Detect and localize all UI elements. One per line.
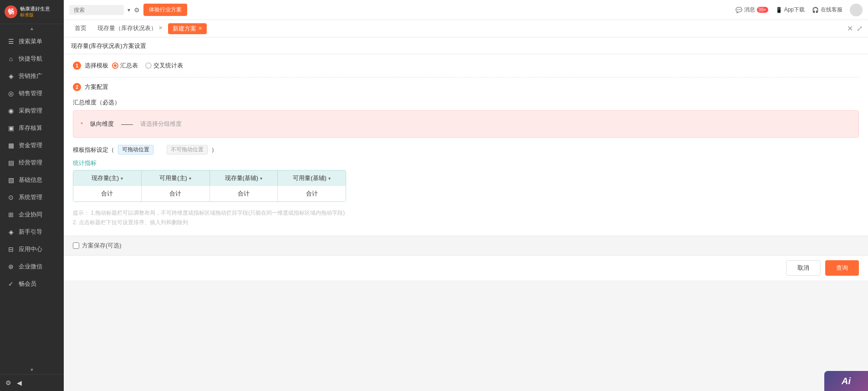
step1-header: 1 选择模板 汇总表 交叉统计表 [73, 62, 859, 70]
sidebar-item-inventory[interactable]: ▣ 库存核算 [0, 119, 64, 137]
sidebar-item-basic-info[interactable]: ▧ 基础信息 [0, 171, 64, 189]
sidebar-item-label: 应用中心 [19, 245, 42, 253]
sidebar-item-label: 采购管理 [19, 107, 42, 115]
sidebar-item-label: 库存核算 [19, 124, 42, 132]
template-indicators-prefix: 模板指标设定（ [73, 146, 114, 154]
main-content: ▾ ⚙ 体验行业方案 💬 消息 99+ 📱 App下载 🎧 在线客服 首页 [64, 0, 868, 391]
page-header: 现存量(库存状况表)方案设置 [64, 37, 868, 54]
finance-icon: ▦ [7, 142, 15, 149]
sidebar-item-corp-wechat[interactable]: ⊛ 企业微信 [0, 258, 64, 275]
dimension-area[interactable]: * 纵向维度 —— 请选择分组维度 [73, 110, 859, 138]
hint-1: 提示： 1.拖动标题栏可以调整布局，不可跨维度或指标区域拖动拦目字段(只能在同一… [73, 209, 859, 217]
guide-icon: ◈ [7, 228, 15, 236]
vertical-dimension-label: 纵向维度 [90, 120, 114, 128]
sidebar-item-marketing[interactable]: ◈ 营销推广 [0, 67, 64, 85]
sidebar-item-finance[interactable]: ▦ 资金管理 [0, 137, 64, 154]
hint-2: 2. 点击标题栏下拉可设置排序、插入列和删除列 [73, 219, 859, 226]
stats-body-cell-3: 合计 [278, 186, 346, 201]
sidebar-nav: ☰ 搜索菜单 ⌂ 快捷导航 ◈ 营销推广 ◎ 销售管理 ◉ 采购管理 ▣ 库存核… [0, 33, 64, 365]
sidebar-item-label: 销售管理 [19, 89, 42, 98]
sidebar-item-label: 系统管理 [19, 193, 42, 201]
step2-number: 2 [73, 83, 81, 91]
tab-new-label: 新建方案 [173, 25, 196, 33]
sidebar-item-operations[interactable]: ▤ 经营管理 [0, 154, 64, 171]
radio-summary[interactable]: 汇总表 [112, 62, 138, 70]
stats-col-header-0[interactable]: 现存量(主) ▾ [73, 170, 142, 186]
radio-cross-label: 交叉统计表 [153, 62, 183, 70]
system-icon: ⊙ [7, 194, 15, 201]
step1-number: 1 [73, 62, 81, 70]
app-download-label: App下载 [784, 6, 805, 14]
tab-new-close-icon[interactable]: ✕ [198, 26, 202, 31]
sidebar-item-label: 经营管理 [19, 159, 42, 167]
tab-inventory[interactable]: 现存量（库存状况表） ✕ [92, 20, 168, 37]
volume-icon[interactable]: ◀ [17, 379, 22, 386]
logo-sub: 标准版 [20, 12, 50, 18]
cancel-button[interactable]: 取消 [786, 260, 821, 276]
sidebar-item-purchase[interactable]: ◉ 采购管理 [0, 102, 64, 119]
basic-info-icon: ▧ [7, 176, 15, 184]
required-asterisk: * [81, 121, 83, 128]
stats-body-cell-1: 合计 [142, 186, 210, 201]
tab-new[interactable]: 新建方案 ✕ [168, 23, 207, 34]
corp-wechat-icon: ⊛ [7, 263, 15, 270]
stats-body-cell-0: 合计 [73, 186, 142, 201]
step1-title: 选择模板 [85, 62, 108, 70]
sidebar-scroll-up[interactable]: ▲ [0, 24, 64, 33]
window-expand-icon[interactable]: ⤢ [857, 24, 863, 33]
chevron-down-icon-1: ▾ [189, 176, 191, 181]
sidebar-item-sales[interactable]: ◎ 销售管理 [0, 85, 64, 102]
sidebar-item-guide[interactable]: ◈ 新手引导 [0, 223, 64, 241]
message-item[interactable]: 💬 消息 99+ [735, 6, 768, 14]
stats-table: 现存量(主) ▾ 可用量(主) ▾ 现存量(基辅) ▾ 可用量(基辅) [73, 170, 346, 202]
radio-summary-label: 汇总表 [120, 62, 138, 70]
stats-col-header-3[interactable]: 可用量(基辅) ▾ [278, 170, 346, 186]
member-icon: ✓ [7, 280, 15, 288]
stats-col-label-3: 可用量(基辅) [293, 174, 327, 182]
window-close-icon[interactable]: ✕ [847, 24, 853, 33]
tab-inventory-label: 现存量（库存状况表） [97, 24, 157, 32]
sidebar-footer: ⚙ ◀ [0, 374, 64, 391]
user-avatar[interactable] [850, 4, 863, 16]
settings-gear-icon[interactable]: ⚙ [134, 6, 140, 14]
sidebar-item-app-center[interactable]: ⊟ 应用中心 [0, 241, 64, 258]
chevron-down-icon-0: ▾ [121, 176, 123, 181]
save-option-row: 方案保存(可选) [64, 236, 868, 255]
message-badge: 99+ [757, 7, 768, 13]
phone-icon: 📱 [776, 7, 782, 13]
online-service-item[interactable]: 🎧 在线客服 [812, 6, 842, 14]
radio-cross-dot [145, 62, 152, 69]
radio-summary-dot [112, 62, 118, 69]
online-service-label: 在线客服 [821, 6, 842, 14]
sidebar-item-search-menu[interactable]: ☰ 搜索菜单 [0, 33, 64, 50]
radio-cross[interactable]: 交叉统计表 [145, 62, 183, 70]
topbar-right: 💬 消息 99+ 📱 App下载 🎧 在线客服 [735, 4, 863, 16]
sidebar-item-label: 畅会员 [19, 280, 36, 288]
template-radio-group: 汇总表 交叉统计表 [112, 62, 183, 70]
settings-icon[interactable]: ⚙ [5, 379, 11, 386]
app-center-icon: ⊟ [7, 246, 15, 253]
ai-float-button[interactable]: Ai [824, 371, 868, 391]
tab-inventory-close-icon[interactable]: ✕ [158, 25, 163, 31]
sidebar-item-member[interactable]: ✓ 畅会员 [0, 275, 64, 293]
stats-col-header-2[interactable]: 现存量(基辅) ▾ [210, 170, 278, 186]
search-input[interactable] [69, 5, 124, 15]
sidebar-item-quick-nav[interactable]: ⌂ 快捷导航 [0, 50, 64, 67]
sidebar-item-corp[interactable]: ⊞ 企业协同 [0, 206, 64, 223]
industry-solution-button[interactable]: 体验行业方案 [143, 4, 187, 16]
stats-col-header-1[interactable]: 可用量(主) ▾ [142, 170, 210, 186]
tab-home[interactable]: 首页 [69, 20, 92, 37]
sidebar-item-system[interactable]: ⊙ 系统管理 [0, 189, 64, 206]
query-button[interactable]: 查询 [825, 260, 859, 276]
app-download-item[interactable]: 📱 App下载 [776, 6, 805, 14]
stats-body-cell-2: 合计 [210, 186, 278, 201]
step2-title: 方案配置 [85, 83, 108, 91]
sidebar-item-label: 企业微信 [19, 262, 42, 271]
stats-body-row: 合计 合计 合计 合计 [73, 186, 346, 201]
tab-home-label: 首页 [75, 24, 87, 32]
dropdown-arrow-icon[interactable]: ▾ [128, 7, 130, 13]
sidebar-scroll-down[interactable]: ▼ [0, 365, 64, 374]
stats-col-label-0: 现存量(主) [92, 174, 119, 182]
save-checkbox[interactable] [73, 242, 79, 249]
step2-section: 2 方案配置 汇总维度（必选） * 纵向维度 —— 请选择分组维度 模板指标设定… [73, 83, 859, 226]
